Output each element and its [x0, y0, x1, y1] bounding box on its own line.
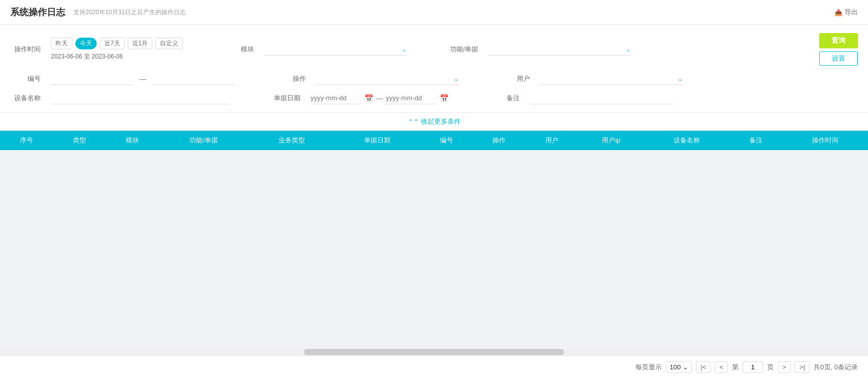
module-label: 模块 [223, 45, 254, 54]
page-prefix: 第 [732, 363, 739, 372]
col-module: 模块 [106, 131, 159, 150]
filter-row-2: 编号 — 操作 ⌄ 用户 ⌄ [10, 73, 858, 85]
collapse-row: ⌃⌃ 收起更多条件 [0, 113, 868, 131]
number-to-input[interactable] [153, 73, 235, 85]
table-header: 序号 类型 模块 功能/单据 业务类型 单据日期 编号 操作 用户 用户ip 设… [0, 131, 868, 150]
user-chevron-icon: ⌄ [678, 75, 683, 82]
time-btn-7days[interactable]: 近7天 [100, 38, 125, 49]
filter-area: 操作时间 昨天 今天 近7天 近1月 自定义 2023-06-06 至 2023… [0, 25, 868, 113]
pagination-total: 共0页, 0条记录 [814, 363, 858, 372]
table-wrapper: 序号 类型 模块 功能/单据 业务类型 单据日期 编号 操作 用户 用户ip 设… [0, 131, 868, 348]
table-header-row: 序号 类型 模块 功能/单据 业务类型 单据日期 编号 操作 用户 用户ip 设… [0, 131, 868, 150]
col-number: 编号 [420, 131, 473, 150]
module-select[interactable]: ⌄ [264, 44, 407, 55]
per-page-arrow: ⌄ [683, 363, 688, 371]
per-page-value: 100 [669, 363, 681, 371]
calendar-to-icon[interactable]: 📅 [440, 94, 449, 102]
feature-label: 功能/单据 [447, 45, 478, 54]
time-label: 操作时间 [10, 45, 41, 54]
collapse-icon: ⌃⌃ [408, 118, 419, 126]
doc-date-to-input[interactable] [386, 92, 437, 104]
operation-select[interactable]: ⌄ [316, 73, 459, 85]
prev-page-button[interactable]: < [715, 361, 728, 373]
time-btn-today[interactable]: 今天 [75, 38, 97, 49]
device-label: 设备名称 [10, 94, 41, 103]
collapse-button[interactable]: ⌃⌃ 收起更多条件 [408, 117, 461, 126]
time-filter: 昨天 今天 近7天 近1月 自定义 2023-06-06 至 2023-06-0… [51, 38, 183, 61]
col-biztype: 业务类型 [248, 131, 334, 150]
filter-row-1: 操作时间 昨天 今天 近7天 近1月 自定义 2023-06-06 至 2023… [10, 33, 858, 66]
next-page-button[interactable]: > [778, 361, 791, 373]
per-page-select[interactable]: 100 ⌄ [666, 361, 692, 373]
number-label: 编号 [10, 74, 41, 83]
last-page-button[interactable]: >| [795, 361, 809, 373]
page-title: 系统操作日志 [10, 6, 65, 18]
time-btn-custom[interactable]: 自定义 [155, 38, 183, 49]
doc-date-range: 📅 — 📅 [311, 92, 449, 104]
col-docdate: 单据日期 [334, 131, 420, 150]
number-from-input[interactable] [51, 73, 132, 85]
col-feature: 功能/单据 [158, 131, 248, 150]
operation-label: 操作 [275, 74, 306, 83]
user-label: 用户 [499, 74, 530, 83]
note-label: 备注 [489, 94, 520, 103]
page-wrapper: 系统操作日志 支持2020年10月31日之后产生的操作日志 📤 导出 操作时间 … [0, 0, 868, 378]
first-page-button[interactable]: |< [696, 361, 711, 373]
calendar-from-icon[interactable]: 📅 [365, 94, 373, 102]
col-note: 备注 [730, 131, 782, 150]
query-button[interactable]: 查询 [819, 33, 858, 48]
feature-chevron-icon: ⌄ [626, 46, 631, 53]
device-input[interactable] [51, 92, 229, 104]
module-chevron-icon: ⌄ [402, 46, 407, 53]
col-device: 设备名称 [644, 131, 730, 150]
horizontal-scrollbar[interactable] [0, 348, 868, 356]
page-header: 系统操作日志 支持2020年10月31日之后产生的操作日志 📤 导出 [0, 0, 868, 25]
export-icon: 📤 [834, 9, 843, 16]
col-optime: 操作时间 [782, 131, 868, 150]
note-input[interactable] [530, 92, 673, 104]
col-userip: 用户ip [578, 131, 644, 150]
scrollbar-thumb [304, 349, 565, 355]
per-page-label: 每页显示 [635, 363, 662, 372]
settings-button[interactable]: 设置 [819, 51, 858, 66]
number-dash: — [136, 75, 149, 83]
page-subtitle: 支持2020年10月31日之后产生的操作日志 [73, 8, 186, 17]
doc-date-from-input[interactable] [311, 92, 361, 104]
operation-chevron-icon: ⌄ [454, 75, 459, 82]
date-dash: — [376, 95, 383, 102]
action-buttons: 查询 设置 [819, 33, 858, 66]
pagination: 每页显示 100 ⌄ |< < 第 页 > >| 共0页, 0条记录 [0, 356, 868, 378]
feature-select[interactable]: ⌄ [488, 44, 631, 55]
col-operation: 操作 [472, 131, 525, 150]
col-user: 用户 [525, 131, 578, 150]
doc-date-label: 单据日期 [270, 94, 300, 103]
data-table: 序号 类型 模块 功能/单据 业务类型 单据日期 编号 操作 用户 用户ip 设… [0, 131, 868, 150]
filter-row-3: 设备名称 单据日期 📅 — 📅 备注 [10, 92, 858, 104]
time-range: 2023-06-06 至 2023-06-06 [51, 52, 183, 61]
col-type: 类型 [53, 131, 106, 150]
time-btn-1month[interactable]: 近1月 [128, 38, 153, 49]
page-number-input[interactable] [743, 361, 763, 373]
number-range: — [51, 73, 235, 85]
time-buttons: 昨天 今天 近7天 近1月 自定义 [51, 38, 183, 49]
col-serial: 序号 [0, 131, 53, 150]
time-btn-yesterday[interactable]: 昨天 [51, 38, 72, 49]
user-select[interactable]: ⌄ [540, 73, 683, 85]
page-suffix: 页 [767, 363, 774, 372]
export-button[interactable]: 📤 导出 [834, 8, 858, 17]
